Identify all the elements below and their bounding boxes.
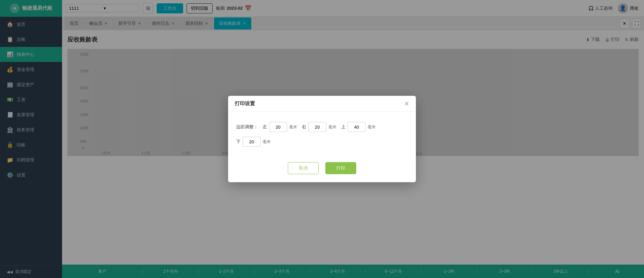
left-label: 左 xyxy=(263,124,267,130)
modal-overlay: 打印设置 ✕ 边距调整： 左 毫米 右 毫米 上 xyxy=(0,0,644,278)
margin-row: 边距调整： 左 毫米 右 毫米 上 毫米 下 xyxy=(236,122,408,147)
margin-right-group: 右 毫米 xyxy=(302,122,336,132)
modal-body: 边距调整： 左 毫米 右 毫米 上 毫米 下 xyxy=(228,112,416,157)
modal-close-button[interactable]: ✕ xyxy=(404,101,409,107)
cancel-button[interactable]: 取消 xyxy=(288,162,319,174)
bottom-label: 下 xyxy=(236,139,240,145)
right-unit: 毫米 xyxy=(328,124,336,130)
margin-right-input[interactable] xyxy=(308,122,326,132)
margin-top-group: 上 毫米 xyxy=(341,122,376,132)
top-unit: 毫米 xyxy=(368,124,376,130)
modal-header: 打印设置 ✕ xyxy=(228,96,416,112)
bottom-unit: 毫米 xyxy=(263,139,271,145)
margin-top-input[interactable] xyxy=(347,122,366,132)
margin-bottom-input[interactable] xyxy=(243,137,261,147)
modal-title: 打印设置 xyxy=(235,100,255,107)
modal-footer: 取消 打印 xyxy=(228,157,416,182)
margin-left-group: 左 毫米 xyxy=(263,122,297,132)
print-confirm-button[interactable]: 打印 xyxy=(325,162,356,174)
margin-left-input[interactable] xyxy=(269,122,287,132)
left-unit: 毫米 xyxy=(289,124,297,130)
print-settings-modal: 打印设置 ✕ 边距调整： 左 毫米 右 毫米 上 xyxy=(228,96,416,182)
margin-adjust-label: 边距调整： xyxy=(236,124,258,130)
right-label: 右 xyxy=(302,124,306,130)
top-label: 上 xyxy=(341,124,345,130)
margin-bottom-group: 下 毫米 xyxy=(236,137,271,147)
